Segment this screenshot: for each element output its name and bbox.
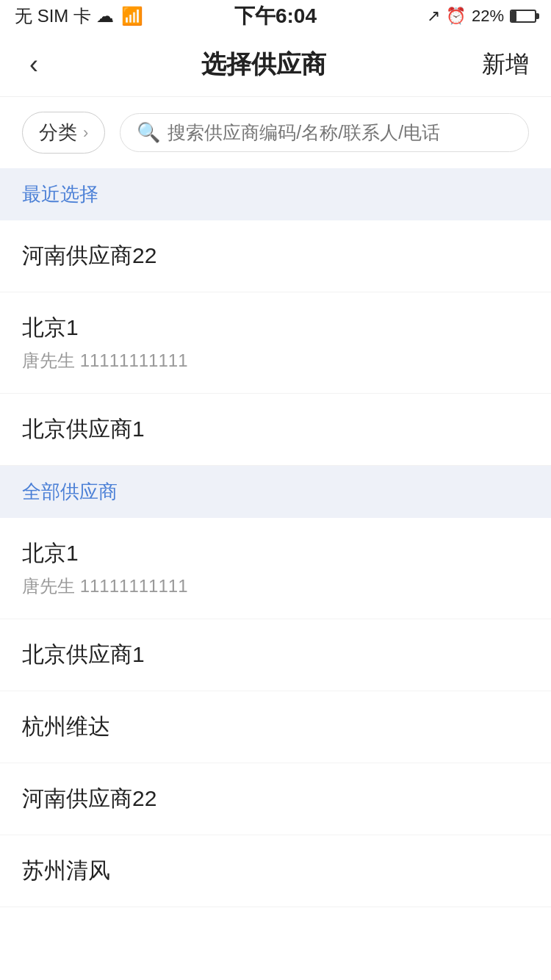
list-item[interactable]: 河南供应商22 — [0, 763, 551, 835]
item-sub: 唐先生 11111111111 — [22, 349, 529, 372]
wifi-icon: 📶 — [121, 6, 143, 26]
search-input[interactable] — [168, 122, 512, 143]
page-title: 选择供应商 — [201, 48, 326, 82]
status-bar: 无 SIM 卡 ☁ 📶 下午6:04 ↗ ⏰ 22% — [0, 0, 551, 32]
item-sub: 唐先生 11111111111 — [22, 574, 529, 598]
filter-bar: 分类 › 🔍 — [0, 97, 551, 168]
status-time: 下午6:04 — [234, 2, 317, 30]
list-item[interactable]: 北京1 唐先生 11111111111 — [0, 292, 551, 394]
all-section-header: 全部供应商 — [0, 466, 551, 518]
item-name: 苏州清风 — [22, 856, 529, 886]
add-button[interactable]: 新增 — [482, 48, 529, 81]
recent-section-header: 最近选择 — [0, 168, 551, 220]
list-item[interactable]: 北京1 唐先生 11111111111 — [0, 518, 551, 619]
search-box: 🔍 — [120, 113, 529, 152]
item-name: 北京供应商1 — [22, 640, 529, 670]
list-item[interactable]: 北京供应商1 — [0, 394, 551, 466]
category-button[interactable]: 分类 › — [22, 112, 105, 154]
status-right: ↗ ⏰ 22% — [427, 7, 536, 26]
item-name: 杭州维达 — [22, 712, 529, 742]
list-item[interactable]: 苏州清风 — [0, 835, 551, 907]
sim-status: 无 SIM 卡 ☁ — [15, 4, 114, 28]
search-icon: 🔍 — [137, 121, 160, 144]
all-items-list: 北京1 唐先生 11111111111 北京供应商1 杭州维达 河南供应商22 … — [0, 518, 551, 907]
chevron-icon: › — [83, 123, 88, 143]
list-item[interactable]: 杭州维达 — [0, 691, 551, 763]
battery-icon — [510, 10, 536, 23]
status-left: 无 SIM 卡 ☁ 📶 — [15, 4, 143, 28]
nav-bar: ‹ 选择供应商 新增 — [0, 32, 551, 97]
item-name: 河南供应商22 — [22, 784, 529, 814]
category-label: 分类 — [39, 120, 77, 145]
item-name: 北京供应商1 — [22, 414, 529, 444]
recent-items-list: 河南供应商22 北京1 唐先生 11111111111 北京供应商1 — [0, 220, 551, 466]
alarm-icon: ⏰ — [446, 7, 466, 26]
list-item[interactable]: 河南供应商22 — [0, 220, 551, 292]
back-button[interactable]: ‹ — [22, 42, 46, 87]
location-icon: ↗ — [427, 7, 440, 26]
item-name: 北京1 — [22, 313, 529, 343]
item-name: 河南供应商22 — [22, 241, 529, 271]
item-name: 北京1 — [22, 538, 529, 569]
battery-percent: 22% — [472, 7, 504, 26]
list-item[interactable]: 北京供应商1 — [0, 619, 551, 691]
